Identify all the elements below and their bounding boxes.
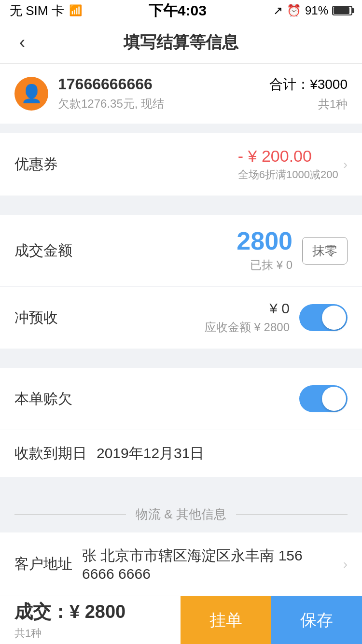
toggle-knob — [322, 306, 346, 330]
bottom-deal-label: 成交： — [14, 602, 70, 622]
customer-section: 👤 17666666666 欠款1276.35元, 现结 合计：¥3000 共1… — [0, 64, 362, 124]
save-button[interactable]: 保存 — [271, 596, 362, 644]
overdue-section: 本单赊欠 收款到期日 2019年12月31日 — [0, 368, 362, 477]
total-count: 共1种 — [269, 97, 348, 112]
precharge-right: ¥ 0 应收金额 ¥ 2800 — [205, 300, 348, 335]
status-right: ↗ ⏰ 91% — [273, 4, 352, 17]
precharge-row: 冲预收 ¥ 0 应收金额 ¥ 2800 — [0, 287, 362, 349]
coupon-section[interactable]: 优惠券 - ¥ 200.00 全场6折满1000减200 › — [0, 133, 362, 196]
customer-left: 👤 17666666666 欠款1276.35元, 现结 — [14, 75, 164, 112]
divider-3 — [0, 487, 362, 496]
address-section[interactable]: 客户地址 张 北京市市辖区海淀区永丰南 156 6666 6666 › — [0, 532, 362, 596]
avatar: 👤 — [14, 77, 48, 111]
carrier-text: 无 SIM 卡 — [10, 2, 64, 19]
overdue-label: 本单赊欠 — [14, 389, 72, 409]
bottom-deal-value: ¥ 2800 — [70, 602, 125, 622]
duedate-label: 收款到期日 — [14, 444, 87, 463]
overdue-row: 本单赊欠 — [0, 368, 362, 430]
logistics-line-right — [236, 514, 348, 515]
round-button[interactable]: 抹零 — [302, 237, 348, 265]
bottom-bar: 成交：¥ 2800 共1种 挂单 保存 — [0, 596, 362, 644]
logistics-text: 物流 & 其他信息 — [136, 506, 226, 523]
chevron-right-icon: › — [343, 157, 348, 172]
amount-col: 2800 已抹 ¥ 0 — [237, 228, 292, 273]
total-value: ¥3000 — [310, 77, 348, 92]
nav-title: 填写结算等信息 — [124, 31, 238, 54]
logistics-line-left — [14, 514, 126, 515]
total-label: 合计： — [269, 77, 310, 92]
address-chevron-icon: › — [343, 557, 348, 572]
customer-right: 合计：¥3000 共1种 — [269, 75, 348, 112]
nav-bar: ‹ 填写结算等信息 — [0, 21, 362, 64]
address-value: 张 北京市市辖区海淀区永丰南 156 6666 6666 — [72, 546, 343, 582]
hang-button[interactable]: 挂单 — [181, 596, 271, 644]
precharge-amounts: ¥ 0 应收金额 ¥ 2800 — [205, 300, 290, 335]
amount-sub: 已抹 ¥ 0 — [237, 257, 292, 273]
status-left: 无 SIM 卡 📶 — [10, 2, 82, 19]
precharge-value: ¥ 0 — [205, 300, 290, 317]
transaction-label: 成交金额 — [14, 241, 72, 261]
coupon-desc: 全场6折满1000减200 — [238, 168, 338, 182]
total-label-value: 合计：¥3000 — [269, 75, 348, 94]
divider-1 — [0, 205, 362, 215]
address-label: 客户地址 — [14, 554, 72, 574]
bottom-summary: 成交：¥ 2800 共1种 — [0, 596, 181, 644]
coupon-label: 优惠券 — [14, 154, 58, 174]
bottom-deal: 成交：¥ 2800 — [14, 600, 166, 624]
divider-2 — [0, 358, 362, 368]
battery-percent: 91% — [305, 4, 328, 17]
time-display: 下午4:03 — [149, 1, 207, 21]
duedate-value: 2019年12月31日 — [97, 444, 204, 463]
location-icon: ↗ — [273, 4, 283, 17]
overdue-toggle-knob — [322, 387, 346, 411]
coupon-value: - ¥ 200.00 — [238, 147, 338, 166]
customer-phone: 17666666666 — [58, 75, 164, 93]
logistics-divider: 物流 & 其他信息 — [0, 496, 362, 532]
transaction-section: 成交金额 2800 已抹 ¥ 0 抹零 冲预收 ¥ 0 应收金额 ¥ 2800 — [0, 215, 362, 349]
alarm-icon: ⏰ — [287, 4, 301, 17]
battery-icon — [332, 6, 352, 15]
precharge-label: 冲预收 — [14, 308, 58, 328]
coupon-right: - ¥ 200.00 全场6折满1000减200 › — [238, 147, 348, 182]
transaction-row: 成交金额 2800 已抹 ¥ 0 抹零 — [0, 215, 362, 287]
precharge-sub: 应收金额 ¥ 2800 — [205, 320, 290, 335]
wifi-icon: 📶 — [69, 4, 82, 17]
precharge-toggle[interactable] — [299, 304, 348, 331]
transaction-right: 2800 已抹 ¥ 0 抹零 — [237, 228, 348, 273]
amount-value: 2800 — [237, 228, 292, 253]
overdue-toggle[interactable] — [299, 385, 348, 412]
status-bar: 无 SIM 卡 📶 下午4:03 ↗ ⏰ 91% — [0, 0, 362, 21]
bottom-count: 共1种 — [14, 626, 166, 641]
duedate-row: 收款到期日 2019年12月31日 — [0, 430, 362, 477]
back-button[interactable]: ‹ — [14, 28, 30, 57]
customer-info: 17666666666 欠款1276.35元, 现结 — [58, 75, 164, 112]
customer-debt: 欠款1276.35元, 现结 — [58, 96, 164, 112]
